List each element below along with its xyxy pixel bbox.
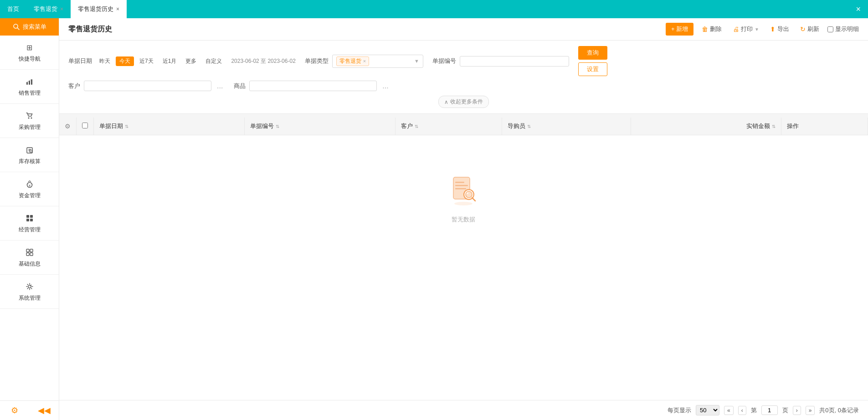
svg-rect-14	[30, 215, 33, 218]
export-btn[interactable]: ⬆ 导出	[767, 23, 792, 35]
date-sort-icon[interactable]: ⇅	[125, 124, 128, 129]
ops-icon	[24, 213, 35, 224]
prev-page-btn[interactable]: ‹	[738, 406, 746, 415]
refresh-btn[interactable]: ↻ 刷新	[797, 23, 822, 35]
print-btn-label: 打印	[741, 25, 753, 33]
svg-point-5	[28, 118, 29, 119]
empty-state-row: 暂无数据	[59, 135, 868, 261]
date-opt-custom[interactable]: 自定义	[202, 56, 226, 66]
type-filter-label: 单据类型	[305, 57, 329, 65]
content-area: 零售退货历史 + 新增 🗑 删除 🖨 打印 ▼ ⬆ 导出	[59, 18, 868, 420]
empty-state: 暂无数据	[59, 135, 868, 260]
th-actions: 操作	[781, 118, 868, 135]
sidebar-item-label: 资金管理	[19, 192, 41, 200]
date-opt-1month[interactable]: 近1月	[159, 56, 180, 66]
svg-line-1	[17, 28, 19, 30]
sidebar-item-finance-mgmt[interactable]: ¥ 资金管理	[0, 172, 59, 206]
sidebar-speaker-btn[interactable]: ◀◀	[30, 401, 59, 420]
type-tag-close[interactable]: ×	[363, 58, 366, 64]
inventory-icon	[24, 144, 35, 155]
page-word: 第	[751, 406, 757, 415]
date-options: 昨天 今天 近7天 近1月 更多 自定义	[96, 56, 226, 66]
empty-state-cell: 暂无数据	[59, 135, 868, 261]
new-btn[interactable]: + 新增	[666, 23, 693, 36]
sidebar-item-label: 基础信息	[19, 260, 41, 268]
goods-filter-group: 商品 ...	[234, 81, 390, 91]
search-icon	[13, 23, 20, 31]
number-filter-input[interactable]	[460, 56, 569, 67]
table-settings-icon[interactable]: ⚙	[65, 123, 71, 130]
type-select-arrow: ▼	[414, 58, 419, 64]
first-page-btn[interactable]: «	[724, 406, 734, 415]
svg-rect-16	[30, 219, 33, 221]
finance-icon: ¥	[24, 179, 35, 190]
delete-btn[interactable]: 🗑 删除	[699, 23, 724, 35]
date-opt-7days[interactable]: 近7天	[136, 56, 157, 66]
type-tag: 零售退货 ×	[336, 56, 369, 66]
export-btn-label: 导出	[777, 25, 789, 33]
tab-return-history[interactable]: 零售退货历史 ×	[71, 0, 127, 18]
tab-return[interactable]: 零售退货 ×	[26, 0, 71, 18]
sidebar-item-purchase-mgmt[interactable]: 采购管理	[0, 104, 59, 138]
delete-btn-label: 删除	[710, 25, 722, 33]
customer-ellipsis-btn[interactable]: ...	[215, 82, 225, 90]
sidebar-search[interactable]: 搜索菜单	[0, 18, 59, 36]
sidebar-item-inventory[interactable]: 库存核算	[0, 138, 59, 172]
sidebar-item-sys-mgmt[interactable]: 系统管理	[0, 275, 59, 309]
type-select[interactable]: 零售退货 × ▼	[332, 55, 423, 68]
customer-sort-icon[interactable]: ⇅	[415, 124, 418, 129]
sidebar-item-label: 采购管理	[19, 123, 41, 131]
filter-settings-btn[interactable]: 设置	[578, 62, 607, 76]
number-sort-icon[interactable]: ⇅	[276, 124, 279, 129]
topbar-close-btn[interactable]: ×	[856, 5, 868, 14]
number-filter-group: 单据编号	[432, 56, 569, 67]
sidebar-item-basic-info[interactable]: 基础信息	[0, 241, 59, 275]
display-detail-label: 显示明细	[835, 25, 859, 33]
goods-ellipsis-btn[interactable]: ...	[380, 82, 390, 90]
svg-rect-3	[29, 81, 30, 85]
display-detail-checkbox[interactable]	[827, 26, 833, 32]
tab-home[interactable]: 首页	[0, 0, 26, 18]
number-filter-label: 单据编号	[432, 57, 456, 65]
date-opt-yesterday[interactable]: 昨天	[96, 56, 114, 66]
svg-point-6	[31, 118, 32, 119]
date-filter-group: 单据日期 昨天 今天 近7天 近1月 更多 自定义 2023-06-02 至 2…	[68, 56, 296, 66]
tab-return-history-close[interactable]: ×	[116, 6, 119, 12]
data-table: ⚙ 单据日期 ⇅ 单据编号	[59, 118, 868, 260]
svg-line-29	[472, 198, 475, 201]
page-actions: + 新增 🗑 删除 🖨 打印 ▼ ⬆ 导出 ↻ 刷新	[666, 23, 859, 36]
date-opt-more[interactable]: 更多	[182, 56, 200, 66]
th-number-label: 单据编号	[250, 122, 274, 130]
customer-filter-group: 客户 ...	[68, 81, 225, 91]
sidebar-item-quick-nav[interactable]: ⊞ 快捷导航	[0, 36, 59, 70]
table-header-row: ⚙ 单据日期 ⇅ 单据编号	[59, 118, 868, 135]
svg-rect-18	[30, 249, 33, 252]
svg-point-30	[467, 192, 468, 194]
print-icon: 🖨	[733, 26, 739, 33]
delete-icon: 🗑	[702, 26, 708, 33]
query-btn[interactable]: 查询	[578, 46, 607, 60]
tab-return-close[interactable]: ×	[60, 6, 63, 12]
svg-rect-25	[455, 185, 468, 186]
amount-sort-icon[interactable]: ⇅	[772, 124, 776, 129]
select-all-checkbox[interactable]	[82, 123, 88, 128]
sidebar-settings-btn[interactable]: ⚙	[0, 401, 30, 420]
collapse-btn[interactable]: ∧ 收起更多条件	[438, 96, 489, 108]
sidebar-item-label: 销售管理	[19, 89, 41, 97]
page-input[interactable]	[761, 405, 778, 415]
guide-sort-icon[interactable]: ⇅	[527, 124, 531, 129]
sidebar-item-sales-mgmt[interactable]: 销售管理	[0, 70, 59, 104]
svg-rect-17	[26, 249, 29, 252]
next-page-btn[interactable]: ›	[793, 406, 801, 415]
svg-point-28	[466, 191, 472, 198]
last-page-btn[interactable]: »	[806, 406, 815, 415]
display-detail: 显示明细	[827, 25, 859, 33]
page-size-select[interactable]: 20 50 100	[696, 405, 719, 415]
sidebar-item-ops-mgmt[interactable]: 经营管理	[0, 206, 59, 241]
date-opt-today[interactable]: 今天	[116, 56, 134, 66]
print-btn[interactable]: 🖨 打印 ▼	[730, 23, 762, 35]
goods-filter-input[interactable]	[249, 81, 377, 91]
customer-filter-input[interactable]	[84, 81, 211, 91]
date-range-text: 2023-06-02 至 2023-06-02	[231, 57, 295, 65]
svg-text:¥: ¥	[29, 184, 31, 187]
